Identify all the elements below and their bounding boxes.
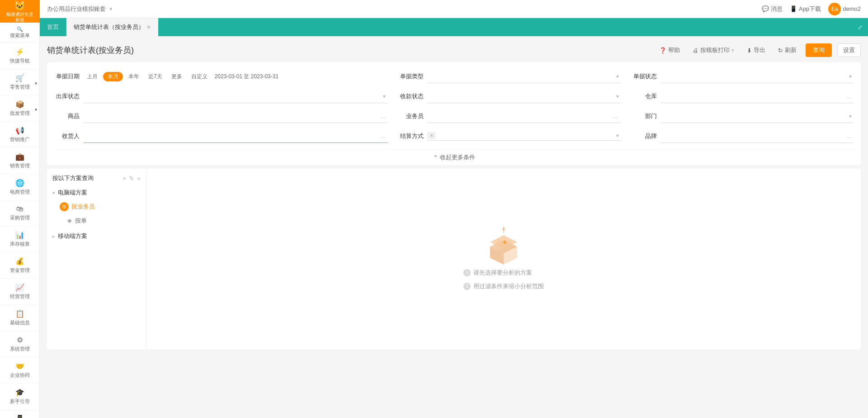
sidebar-item-newbie[interactable]: 🎓 新手引导 [0, 384, 40, 410]
sidebar-item-finance[interactable]: 💰 资金管理 [0, 252, 40, 279]
salesperson-suffix: … [613, 113, 619, 119]
recipient-input[interactable] [83, 129, 387, 143]
collapse-panel-btn[interactable]: « [137, 175, 141, 182]
right-panel: ✦ 1 请先选择要分析的方案 2 用过滤条件来缩小分析范围 [146, 169, 861, 350]
add-scheme-btn[interactable]: + [123, 175, 126, 182]
enterprise-icon: 🤝 [15, 362, 24, 370]
filter-section: 单据日期 上月 本月 本年 近7天 更多 自定义 2023-03-01 至 20… [47, 62, 861, 165]
export-btn[interactable]: ⬇ 导出 [743, 44, 769, 56]
settings-btn[interactable]: 设置 [837, 43, 861, 57]
inventory-icon: 📊 [15, 231, 24, 239]
sidebar-item-marketing-label: 营销推广 [10, 136, 30, 143]
sidebar-item-enterprise[interactable]: 🤝 企业协同 [0, 357, 40, 384]
sidebar-search-label: 搜索菜单 [10, 32, 30, 39]
tab-expand[interactable]: ⤢ [852, 24, 868, 31]
search-icon: 🔍 [17, 26, 23, 32]
empty-tips: 1 请先选择要分析的方案 2 用过滤条件来缩小分析范围 [463, 267, 544, 292]
sidebar-item-wholesale[interactable]: 📦 批发管理 ▴ [0, 95, 40, 122]
sidebar-item-retail-label: 零售管理 [10, 84, 30, 90]
sidebar-item-system[interactable]: ⚙ 系统管理 [0, 331, 40, 357]
scheme-group-desktop: ▾ 电脑端方案 按 按业务员 ❖ 按单 [47, 186, 146, 228]
doctype-input[interactable] [427, 70, 620, 83]
quicknav-icon: ⚡ [15, 48, 24, 56]
date-btn-custom[interactable]: 自定义 [188, 72, 211, 81]
retail-arrow: ▴ [35, 80, 37, 85]
department-input[interactable] [660, 109, 854, 123]
print-btn[interactable]: 🖨 按模板打印 ▾ [689, 44, 738, 56]
user-name: demo2 [843, 5, 861, 12]
settlement-tag-close[interactable]: × [430, 133, 433, 139]
sidebar-item-appcenter[interactable]: 📱 应用中心 [0, 410, 40, 418]
warehouse-input-wrapper: … [660, 90, 854, 103]
date-btn-thisyear[interactable]: 本年 [125, 72, 143, 81]
empty-state: ✦ 1 请先选择要分析的方案 2 用过滤条件来缩小分析范围 [463, 199, 544, 319]
date-btn-7days[interactable]: 近7天 [145, 72, 166, 81]
scheme-item-salesperson[interactable]: 按 按业务员 [47, 200, 146, 214]
sidebar-item-operations-label: 经营管理 [10, 293, 30, 300]
filter-row-3: 商品 … 业务员 … 部门 [54, 109, 854, 123]
help-icon: ❓ [659, 47, 666, 54]
sidebar-item-sales[interactable]: 💼 销售管理 [0, 148, 40, 174]
app-download-icon: 📱 [790, 5, 797, 12]
date-btn-lastmonth[interactable]: 上月 [83, 72, 101, 81]
page-title-row: 销货单统计表(按业务员) ❓ 帮助 🖨 按模板打印 ▾ ⬇ 导出 ↻ 刷新 [47, 43, 861, 57]
refresh-icon: ↻ [778, 47, 783, 54]
refresh-btn[interactable]: ↻ 刷新 [774, 44, 800, 56]
tip-text-2: 用过滤条件来缩小分析范围 [473, 280, 544, 292]
warehouse-input[interactable] [660, 90, 854, 103]
paymentstatus-input[interactable] [427, 90, 620, 103]
sidebar-item-quicknav[interactable]: ⚡ 快捷导航 [0, 43, 40, 69]
sidebar-item-purchase[interactable]: 🛍 采购管理 [0, 200, 40, 226]
refresh-label: 刷新 [785, 46, 797, 54]
filter-row-4: 收货人 … 结算方式 × ▾ [54, 129, 854, 143]
appcenter-icon: 📱 [15, 414, 24, 418]
logo-icon: 🐱 [14, 0, 25, 11]
settlement-label: 结算方式 [398, 132, 424, 140]
brand-input[interactable] [660, 129, 854, 143]
tab-home[interactable]: 首页 [40, 18, 66, 36]
purchase-icon: 🛍 [16, 205, 24, 213]
tab-close-icon[interactable]: × [147, 24, 151, 30]
date-btn-thismonth[interactable]: 本月 [103, 72, 123, 81]
app-download-btn[interactable]: 📱 App下载 [790, 5, 821, 13]
print-icon: 🖨 [693, 47, 698, 54]
query-btn[interactable]: 查询 [806, 43, 832, 57]
sidebar-item-marketing[interactable]: 📢 营销推广 [0, 122, 40, 148]
sidebar-item-operations[interactable]: 📈 经营管理 [0, 279, 40, 305]
sidebar-item-retail[interactable]: 🛒 零售管理 ▴ [0, 69, 40, 95]
outstatus-input[interactable] [83, 90, 387, 103]
basic-icon: 📋 [15, 309, 24, 318]
docstatus-input[interactable] [660, 70, 854, 83]
sidebar-item-ecommerce[interactable]: 🌐 电商管理 [0, 174, 40, 200]
sidebar-item-inventory[interactable]: 📊 库存核算 [0, 226, 40, 252]
message-label: 消息 [771, 5, 783, 13]
paymentstatus-select-wrapper: ▾ [427, 90, 620, 103]
sidebar-logo[interactable]: 🐱 畅捷通好生意 标版 [0, 0, 40, 23]
warehouse-suffix: … [846, 93, 852, 100]
scheme-group-desktop-title[interactable]: ▾ 电脑端方案 [47, 186, 146, 200]
wholesale-icon: 📦 [15, 100, 24, 109]
filter-docstatus: 单据状态 ▾ [632, 70, 854, 83]
scheme-group-mobile-title[interactable]: ▸ 移动端方案 [47, 229, 146, 243]
filter-date: 单据日期 上月 本月 本年 近7天 更多 自定义 2023-03-01 至 20… [54, 72, 387, 81]
collapse-label: 收起更多条件 [440, 153, 475, 162]
salesperson-input[interactable] [427, 109, 620, 123]
tab-sales-stats[interactable]: 销货单统计表（按业务员） × [66, 18, 158, 36]
user-menu[interactable]: Ea demo2 [828, 3, 861, 15]
settlement-tag: × [427, 132, 436, 139]
scheme-item-order[interactable]: ❖ 按单 [47, 214, 146, 228]
collapse-btn[interactable]: ⌃ 收起更多条件 [433, 150, 475, 165]
topbar-title: 办公用品行业模拟账套 [47, 5, 106, 13]
topbar-dropdown-arrow[interactable]: ▾ [109, 5, 113, 12]
sidebar-search[interactable]: 🔍 搜索菜单 [0, 23, 40, 43]
goods-input[interactable] [83, 109, 387, 123]
help-btn[interactable]: ❓ 帮助 [656, 44, 684, 56]
sidebar-item-basic[interactable]: 📋 基础信息 [0, 305, 40, 331]
message-btn[interactable]: 💬 消息 [762, 5, 783, 13]
export-label: 导出 [754, 46, 765, 54]
date-range-text: 2023-03-01 至 2023-03-31 [215, 73, 278, 81]
date-btn-more[interactable]: 更多 [168, 72, 186, 81]
filter-warehouse: 仓库 … [632, 90, 854, 103]
edit-scheme-btn[interactable]: ✎ [129, 175, 134, 182]
content-area: 按以下方案查询 + ✎ « ▾ 电脑端方案 按 [47, 169, 861, 350]
